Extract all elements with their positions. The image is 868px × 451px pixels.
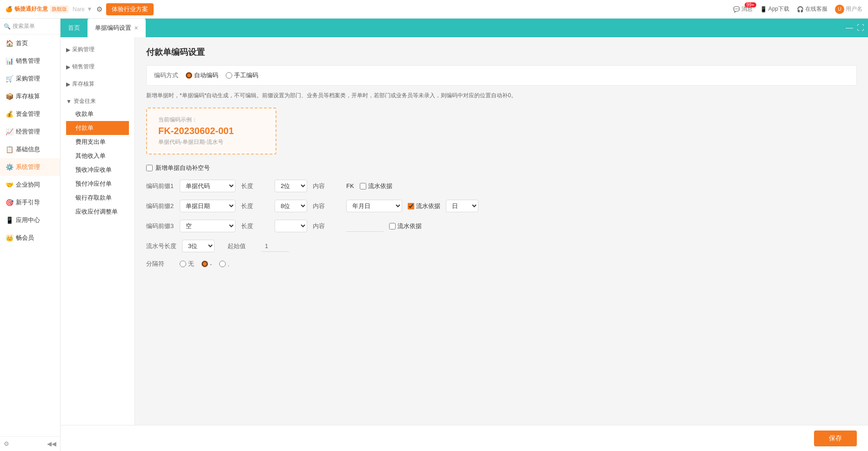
manual-encoding-option[interactable]: 手工编码 — [226, 71, 258, 80]
serial-length-select[interactable]: 3位 4位 5位 6位 — [182, 240, 215, 252]
save-button[interactable]: 保存 — [814, 431, 857, 446]
leftnav-stock: ▶ 库存核算 — [61, 75, 135, 93]
leftnav-purchase-title[interactable]: ▶ 采购管理 — [66, 44, 129, 55]
brand-sub: 旗舰版 — [50, 5, 69, 13]
home-icon: 🏠 — [6, 40, 13, 47]
auto-fill-checkbox[interactable] — [146, 165, 153, 171]
content1-label: 内容 — [313, 182, 341, 190]
sidebar-item-guide-label: 新手引导 — [16, 198, 40, 207]
user-avatar: U — [835, 5, 844, 14]
sidebar-item-appstore[interactable]: 📱 应用中心 — [0, 211, 60, 229]
prefix3-row: 编码前缀3 空 单据代码 部门 长度 2位 4位 内容 — [146, 220, 857, 232]
sidebar-item-basic-info[interactable]: 📋 基础信息 — [0, 141, 60, 158]
prefix1-select[interactable]: 单据代码 部门 业务员 — [180, 180, 236, 192]
brand-icon: 🍊 — [6, 6, 13, 13]
auto-encoding-radio[interactable] — [186, 72, 192, 79]
serial-length-row: 流水号长度 3位 4位 5位 6位 起始值 — [146, 240, 857, 252]
chevron-right-sales: ▶ — [66, 64, 70, 70]
waterfall1-label: 流水依据 — [368, 182, 392, 190]
message-badge: 99+ — [745, 2, 756, 7]
sep-none-option[interactable]: 无 — [180, 260, 194, 268]
waterfall2-label: 流水依据 — [416, 202, 440, 210]
sidebar-item-inventory[interactable]: 📦 库存核算 — [0, 88, 60, 105]
leftnav-purchase: ▶ 采购管理 — [61, 41, 135, 58]
sep-dash-option[interactable]: - — [202, 261, 212, 268]
encoding-method-label: 编码方式 — [154, 71, 182, 80]
service-label: 在线客服 — [805, 5, 828, 13]
leftnav-payment[interactable]: 付款单 — [66, 121, 129, 135]
leftnav-adjust[interactable]: 应收应付调整单 — [66, 205, 129, 219]
sidebar-item-home[interactable]: 🏠 首页 — [0, 34, 60, 52]
settings-bottom-icon[interactable]: ⚙ — [4, 440, 9, 447]
leftnav-sales-title[interactable]: ▶ 销售管理 — [66, 61, 129, 73]
user-item[interactable]: U 用户名 — [835, 5, 862, 14]
leftnav-receipt[interactable]: 收款单 — [66, 107, 129, 121]
prefix2-select[interactable]: 单据日期 创建日期 — [180, 200, 236, 212]
sidebar-item-sales[interactable]: 📊 销售管理 — [0, 52, 60, 70]
sidebar-item-guide[interactable]: 🎯 新手引导 — [0, 194, 60, 211]
sep-dot-radio[interactable] — [219, 261, 226, 267]
tab-maximize-icon[interactable]: ⛶ — [857, 24, 864, 32]
leftnav-capital-title[interactable]: ▼ 资金往来 — [66, 95, 129, 107]
leftnav-stock-title[interactable]: ▶ 库存核算 — [66, 78, 129, 90]
sidebar-item-system-label: 系统管理 — [16, 163, 40, 171]
tab-home[interactable]: 首页 — [61, 19, 87, 37]
sep-dash-radio[interactable] — [202, 261, 208, 267]
top-bar-nav: Nare ▼ — [73, 6, 93, 13]
tab-minimize-icon[interactable]: — — [846, 24, 853, 32]
page-title: 付款单编码设置 — [146, 47, 857, 58]
waterfall3-check[interactable] — [389, 223, 396, 229]
app-download-item[interactable]: 📱 App下载 — [760, 5, 789, 13]
sidebar-item-enterprise[interactable]: 🤝 企业协同 — [0, 176, 60, 194]
encoding-radio-group: 自动编码 手工编码 — [186, 71, 258, 80]
sep-none-label: 无 — [188, 260, 194, 268]
length3-select[interactable]: 2位 4位 — [275, 220, 307, 232]
waterfall2-check[interactable] — [408, 203, 414, 209]
waterfall2-period-select[interactable]: 日 月 年 — [446, 200, 478, 212]
sidebar-item-purchase[interactable]: 🛒 采购管理 — [0, 70, 60, 88]
code-preview-desc: 单据代码-单据日期-流水号 — [158, 138, 264, 146]
length3-label: 长度 — [241, 222, 269, 230]
auto-encoding-option[interactable]: 自动编码 — [186, 71, 218, 80]
prefix3-select[interactable]: 空 单据代码 部门 — [180, 220, 236, 232]
start-value-label: 起始值 — [228, 242, 256, 250]
auto-encoding-label: 自动编码 — [194, 71, 218, 80]
leftnav-bank[interactable]: 银行存取款单 — [66, 191, 129, 205]
sidebar-item-finance[interactable]: 💰 资金管理 — [0, 105, 60, 123]
sep-dot-option[interactable]: . — [219, 261, 229, 268]
tab-bar-actions: — ⛶ — [846, 24, 868, 32]
settings-icon[interactable]: ⚙ — [96, 5, 102, 13]
length2-select[interactable]: 8位 4位 6位 — [275, 200, 307, 212]
waterfall3-checkbox[interactable]: 流水依据 — [389, 222, 422, 230]
prefix1-label: 编码前缀1 — [146, 182, 174, 190]
message-item[interactable]: 💬 消息 99+ — [733, 5, 753, 13]
length1-select[interactable]: 2位 4位 6位 8位 — [275, 180, 307, 192]
tab-close-icon[interactable]: ✕ — [134, 25, 138, 31]
sidebar-item-vip[interactable]: 👑 畅会员 — [0, 229, 60, 247]
prefix3-label: 编码前缀3 — [146, 222, 174, 230]
collapse-icon[interactable]: ◀◀ — [47, 440, 56, 447]
nav-dropdown-icon[interactable]: ▼ — [87, 6, 93, 13]
leftnav-prepay-pay[interactable]: 预付冲应付单 — [66, 177, 129, 191]
manual-encoding-radio[interactable] — [226, 72, 232, 79]
tab-encoding-settings[interactable]: 单据编码设置 ✕ — [87, 19, 146, 37]
leftnav-other-income[interactable]: 其他收入单 — [66, 149, 129, 163]
sidebar-search[interactable]: 🔍 搜索菜单 — [0, 19, 60, 34]
service-item[interactable]: 🎧 在线客服 — [797, 5, 828, 13]
sidebar-item-operations[interactable]: 📈 经营管理 — [0, 123, 60, 141]
tab-bar: 首页 单据编码设置 ✕ — ⛶ — [61, 19, 868, 37]
search-label: 搜索菜单 — [13, 22, 35, 30]
top-bar: 🍊 畅捷通好生意 旗舰版 Nare ▼ ⚙ 体验行业方案 💬 消息 99+ 📱 … — [0, 0, 868, 19]
sidebar-item-system[interactable]: ⚙️ 系统管理 — [0, 158, 60, 176]
waterfall1-check[interactable] — [360, 183, 366, 189]
brand-name: 畅捷通好生意 — [14, 5, 48, 13]
content3-input[interactable] — [346, 221, 384, 232]
leftnav-expense[interactable]: 费用支出单 — [66, 135, 129, 149]
trial-button[interactable]: 体验行业方案 — [106, 3, 154, 15]
start-value-input[interactable] — [261, 241, 289, 252]
leftnav-prepay-recv[interactable]: 预收冲应收单 — [66, 163, 129, 177]
waterfall1-checkbox[interactable]: 流水依据 — [360, 182, 392, 190]
sep-none-radio[interactable] — [180, 261, 186, 267]
content2-select[interactable]: 年月日 年月 年 — [346, 200, 402, 212]
waterfall2-checkbox[interactable]: 流水依据 — [408, 202, 440, 210]
